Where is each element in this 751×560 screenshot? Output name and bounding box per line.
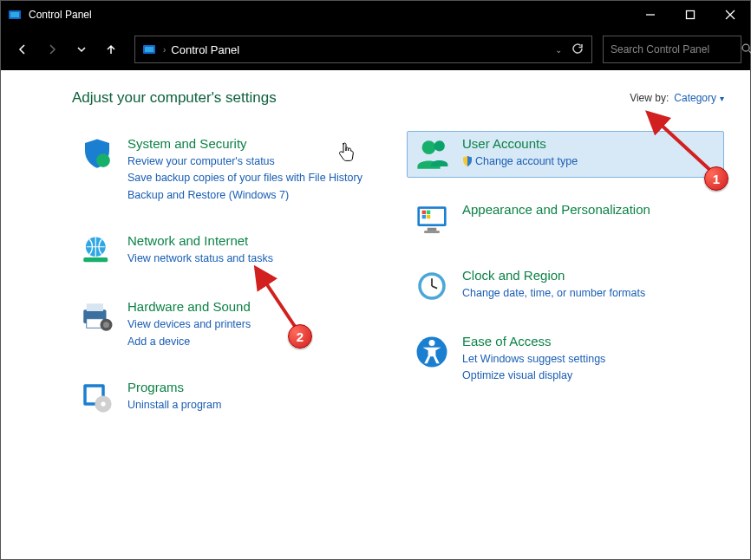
- category-programs[interactable]: Programs Uninstall a program: [72, 374, 389, 421]
- category-hardware-sound[interactable]: Hardware and Sound View devices and prin…: [72, 294, 389, 355]
- svg-rect-29: [427, 211, 430, 214]
- category-appearance-personalization[interactable]: Appearance and Personalization: [407, 197, 724, 244]
- navbar: › Control Panel ⌄: [1, 29, 750, 70]
- search-box[interactable]: [603, 36, 741, 63]
- svg-point-37: [429, 340, 435, 346]
- category-system-security[interactable]: System and Security Review your computer…: [72, 131, 389, 209]
- minimize-button[interactable]: [630, 1, 670, 29]
- svg-point-22: [422, 140, 436, 154]
- up-button[interactable]: [98, 36, 124, 62]
- printer-icon: [79, 299, 115, 335]
- category-link[interactable]: Add a device: [127, 334, 382, 350]
- category-link[interactable]: Uninstall a program: [127, 397, 382, 413]
- svg-point-10: [96, 153, 110, 167]
- view-by-dropdown[interactable]: Category: [674, 92, 724, 104]
- category-clock-region[interactable]: Clock and Region Change date, time, or n…: [407, 263, 724, 309]
- category-ease-of-access[interactable]: Ease of Access Let Windows suggest setti…: [407, 329, 724, 390]
- address-bar[interactable]: › Control Panel ⌄: [134, 36, 592, 63]
- search-input[interactable]: [611, 43, 741, 55]
- recent-button[interactable]: [69, 36, 95, 62]
- left-column: System and Security Review your computer…: [72, 131, 389, 440]
- category-link[interactable]: View network status and tasks: [127, 251, 382, 267]
- address-icon: [142, 42, 156, 56]
- category-link[interactable]: Let Windows suggest settings: [462, 351, 717, 368]
- category-link[interactable]: Save backup copies of your files with Fi…: [127, 170, 382, 186]
- view-by-label: View by:: [630, 92, 669, 104]
- globe-icon: [79, 233, 115, 270]
- svg-rect-14: [87, 303, 103, 311]
- refresh-button[interactable]: [571, 42, 584, 58]
- accessibility-icon: [414, 334, 450, 370]
- shield-icon: [79, 136, 115, 173]
- chevron-down-icon[interactable]: ⌄: [555, 45, 562, 55]
- search-icon: [741, 42, 751, 57]
- category-title[interactable]: User Accounts: [462, 136, 717, 151]
- category-network-internet[interactable]: Network and Internet View network status…: [72, 228, 389, 275]
- svg-point-8: [742, 44, 749, 51]
- svg-rect-3: [687, 11, 695, 19]
- window-controls: [630, 1, 750, 29]
- address-text: Control Panel: [171, 43, 555, 56]
- user-accounts-icon: [414, 136, 450, 173]
- chevron-right-icon: ›: [163, 45, 166, 55]
- content-area: Adjust your computer's settings View by:…: [1, 70, 750, 559]
- category-title[interactable]: Clock and Region: [462, 268, 717, 283]
- monitor-icon: [414, 202, 450, 238]
- svg-rect-1: [10, 12, 19, 17]
- category-title[interactable]: Appearance and Personalization: [462, 202, 717, 217]
- right-column: User Accounts Change account type Appear: [407, 131, 724, 440]
- titlebar: Control Panel: [1, 1, 750, 29]
- forward-button[interactable]: [39, 36, 65, 62]
- svg-rect-27: [424, 231, 440, 233]
- svg-point-23: [434, 140, 445, 151]
- svg-rect-31: [427, 215, 430, 218]
- control-panel-icon: [8, 8, 22, 22]
- uac-shield-icon: [462, 155, 473, 166]
- header-row: Adjust your computer's settings View by:…: [72, 89, 724, 107]
- svg-rect-26: [428, 228, 437, 231]
- category-columns: System and Security Review your computer…: [72, 131, 724, 440]
- category-title[interactable]: Ease of Access: [462, 334, 717, 348]
- programs-icon: [79, 380, 115, 416]
- close-button[interactable]: [710, 1, 750, 29]
- category-title[interactable]: System and Security: [127, 136, 382, 151]
- maximize-button[interactable]: [670, 1, 710, 29]
- svg-point-21: [101, 401, 105, 406]
- back-button[interactable]: [10, 36, 36, 62]
- category-link[interactable]: Review your computer's status: [127, 153, 382, 170]
- svg-rect-7: [145, 47, 153, 52]
- category-link[interactable]: Backup and Restore (Windows 7): [127, 187, 382, 204]
- category-user-accounts[interactable]: User Accounts Change account type: [407, 131, 724, 178]
- svg-point-17: [103, 322, 109, 328]
- category-title[interactable]: Network and Internet: [127, 233, 382, 248]
- clock-icon: [414, 268, 450, 304]
- category-link[interactable]: Change date, time, or number formats: [462, 285, 717, 302]
- control-panel-window: Control Panel › Control Panel ⌄ A: [0, 0, 751, 560]
- svg-rect-12: [83, 257, 108, 262]
- window-title: Control Panel: [29, 9, 630, 21]
- category-link[interactable]: Optimize visual display: [462, 368, 717, 384]
- category-link[interactable]: View devices and printers: [127, 316, 382, 333]
- svg-rect-30: [422, 215, 426, 218]
- svg-rect-28: [422, 211, 426, 214]
- category-title[interactable]: Hardware and Sound: [127, 299, 382, 314]
- view-by: View by: Category: [630, 92, 724, 104]
- category-title[interactable]: Programs: [127, 380, 382, 394]
- page-title: Adjust your computer's settings: [72, 89, 277, 107]
- category-link[interactable]: Change account type: [462, 153, 717, 170]
